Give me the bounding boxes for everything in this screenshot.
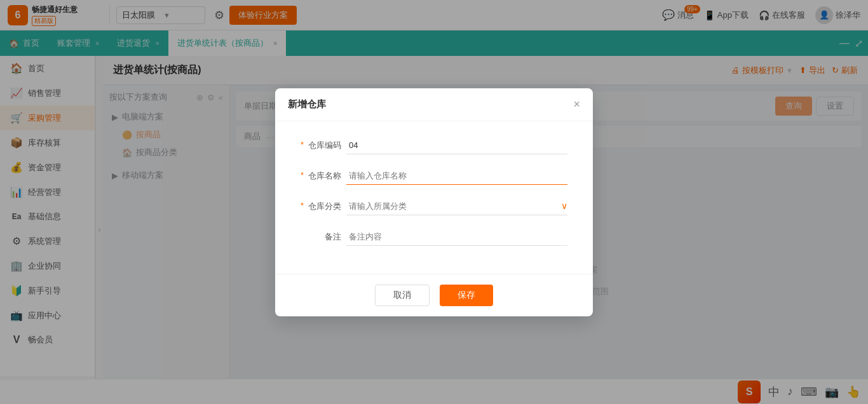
form-label-category: 仓库分类 [301, 201, 346, 212]
form-label-remark: 备注 [301, 231, 346, 243]
modal-header: 新增仓库 × [275, 88, 593, 121]
form-row-remark: 备注 [301, 228, 567, 246]
category-chevron-icon: ∨ [561, 201, 567, 211]
cancel-button[interactable]: 取消 [375, 285, 430, 306]
form-row-code: 仓库编码 [301, 137, 567, 154]
modal-title: 新增仓库 [288, 98, 573, 111]
warehouse-remark-input[interactable] [346, 228, 567, 246]
warehouse-name-input[interactable] [346, 167, 567, 185]
modal-new-warehouse: 新增仓库 × 仓库编码 仓库名称 仓库分类 ∨ [275, 88, 593, 316]
modal-overlay: 新增仓库 × 仓库编码 仓库名称 仓库分类 ∨ [0, 0, 868, 404]
warehouse-category-input[interactable] [346, 198, 561, 215]
warehouse-code-input[interactable] [346, 137, 567, 154]
form-label-name: 仓库名称 [301, 170, 346, 182]
warehouse-category-wrap: ∨ [346, 198, 567, 215]
form-row-name: 仓库名称 [301, 167, 567, 185]
modal-body: 仓库编码 仓库名称 仓库分类 ∨ 备注 [275, 121, 593, 274]
save-button[interactable]: 保存 [440, 285, 493, 306]
form-label-code: 仓库编码 [301, 140, 346, 151]
form-row-category: 仓库分类 ∨ [301, 198, 567, 215]
modal-footer: 取消 保存 [275, 274, 593, 316]
modal-close-button[interactable]: × [573, 98, 580, 110]
